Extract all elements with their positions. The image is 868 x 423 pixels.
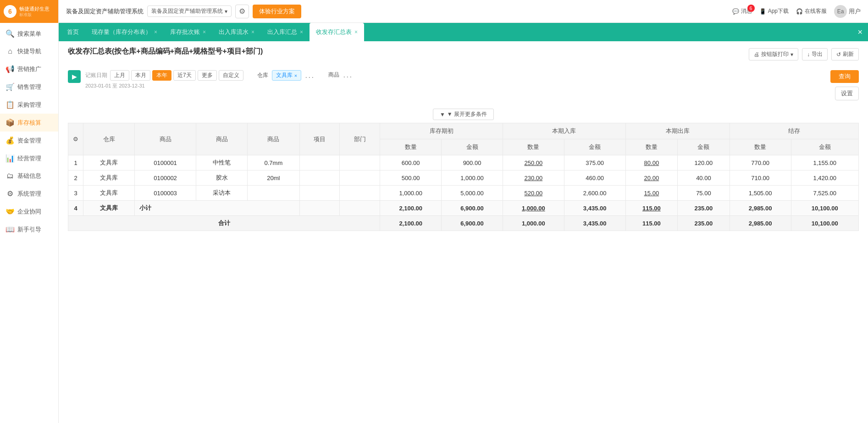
row2-out-qty[interactable]: 20.00	[625, 170, 678, 186]
online-service-button[interactable]: 🎧 在线客服	[796, 7, 827, 15]
th-bal-qty: 数量	[730, 139, 791, 155]
tab-home-label: 首页	[67, 28, 79, 36]
row3-in-qty[interactable]: 520.00	[503, 186, 564, 201]
corp-icon: 🤝	[6, 207, 15, 216]
more-btn[interactable]: 更多	[198, 70, 217, 81]
this-year-btn[interactable]: 本年	[152, 70, 171, 81]
tab-inout-flow[interactable]: 出入库流水 ×	[212, 23, 261, 41]
warehouse-more-button[interactable]: ...	[305, 71, 315, 80]
row1-out-qty[interactable]: 80.00	[625, 155, 678, 170]
close-all-tabs[interactable]: ×	[854, 27, 866, 37]
purchase-icon: 📋	[6, 100, 15, 109]
tab-inout-summary[interactable]: 出入库汇总 ×	[261, 23, 310, 41]
row2-bal-qty: 710.00	[730, 170, 791, 186]
tab-inout-flow-close[interactable]: ×	[251, 29, 254, 35]
warehouse-tag[interactable]: 文具库 ×	[272, 70, 301, 81]
th-out-amt: 金额	[678, 139, 730, 155]
system-dropdown[interactable]: 装备及固定资产辅助管理系统 ▾	[147, 5, 232, 17]
sidebar-item-label: 基础信息	[17, 172, 41, 180]
filter-settings-button[interactable]: 设置	[835, 87, 859, 100]
sidebar-item-business[interactable]: 📊 经营管理	[0, 149, 58, 167]
warehouse-label: 仓库	[257, 71, 268, 79]
sidebar-item-system[interactable]: ⚙ 系统管理	[0, 185, 58, 203]
custom-btn[interactable]: 自定义	[219, 70, 243, 81]
tab-batch-close[interactable]: ×	[203, 29, 206, 35]
sidebar-item-inventory[interactable]: 📦 库存核算	[0, 114, 58, 132]
query-button[interactable]: 查询	[830, 70, 859, 83]
topbar-settings-button[interactable]: ⚙	[235, 5, 249, 18]
row2-warehouse: 文具库	[83, 170, 135, 186]
user-menu[interactable]: Ea 用户	[834, 5, 861, 18]
row2-in-amt: 460.00	[564, 170, 625, 186]
subtotal-in-qty[interactable]: 1,000.00	[503, 201, 564, 216]
search-icon: 🔍	[6, 29, 15, 38]
inventory-icon: 📦	[6, 118, 15, 127]
tab-inout-summary-label: 出入库汇总	[267, 28, 297, 36]
sidebar-item-search[interactable]: 🔍 搜索菜单	[0, 25, 58, 43]
sidebar-item-label: 库存核算	[17, 119, 41, 127]
warehouse-tag-remove[interactable]: ×	[294, 73, 297, 78]
th-out: 本期出库	[625, 123, 730, 139]
warehouse-tag-text: 文具库	[276, 71, 293, 79]
tab-inout-flow-label: 出入库流水	[219, 28, 249, 36]
messages-button[interactable]: 💬 消息 6	[732, 7, 752, 15]
row2-project	[299, 170, 340, 186]
tab-stock-close[interactable]: ×	[154, 29, 157, 35]
last-month-btn[interactable]: 上月	[110, 70, 129, 81]
sidebar-item-purchase[interactable]: 📋 采购管理	[0, 96, 58, 114]
app-download-button[interactable]: 📱 App下载	[759, 7, 789, 15]
filter-toggle-button[interactable]: ▶	[68, 70, 81, 83]
print-button[interactable]: 🖨 按钮版打印 ▾	[749, 48, 798, 60]
total-open-amt: 6,900.00	[442, 216, 503, 231]
subtotal-row: 4 文具库 小计 2,100.00 6,900.00 1,000.00 3,43…	[68, 201, 859, 216]
data-table: ⚙ 仓库 商品 商品 商品 项目 部门 库存期初 本期入库 本期出库 结存 数量	[68, 123, 859, 231]
expand-icon: ▼	[440, 111, 445, 118]
this-month-btn[interactable]: 本月	[131, 70, 150, 81]
tab-inout-summary-close[interactable]: ×	[300, 29, 303, 35]
table-settings-col[interactable]: ⚙	[68, 123, 83, 155]
subtotal-no: 4	[68, 201, 83, 216]
sidebar-item-corp[interactable]: 🤝 企业协同	[0, 203, 58, 220]
system-name: 装备及固定资产辅助管理系统	[66, 7, 144, 16]
chevron-down-icon: ▾	[225, 8, 227, 15]
sidebar-item-finance[interactable]: 💰 资金管理	[0, 132, 58, 149]
total-open-qty: 2,100.00	[380, 216, 442, 231]
row2-open-amt: 1,000.00	[442, 170, 503, 186]
sidebar-item-guide[interactable]: 📖 新手引导	[0, 220, 58, 238]
sidebar-item-basic[interactable]: 🗂 基础信息	[0, 167, 58, 185]
sidebar-item-marketing[interactable]: 📢 营销推广	[0, 60, 58, 78]
th-code: 商品	[135, 123, 196, 155]
th-warehouse: 仓库	[83, 123, 135, 155]
logo-badge: 标准版	[19, 12, 50, 18]
subtotal-out-qty[interactable]: 115.00	[625, 201, 678, 216]
last-7-days-btn[interactable]: 近7天	[173, 70, 196, 81]
refresh-button[interactable]: ↺ 刷新	[831, 48, 859, 60]
tab-recv-send[interactable]: 收发存汇总表 ×	[310, 23, 364, 41]
sidebar-item-label: 经营管理	[17, 154, 41, 163]
row2-in-qty[interactable]: 230.00	[503, 170, 564, 186]
row3-out-qty[interactable]: 15.00	[625, 186, 678, 201]
row3-no: 3	[68, 186, 83, 201]
row1-bal-qty: 770.00	[730, 155, 791, 170]
expand-filter-button[interactable]: ▼ ▼ 展开更多条件	[433, 109, 494, 120]
row1-in-qty[interactable]: 250.00	[503, 155, 564, 170]
total-out-qty: 115.00	[625, 216, 678, 231]
row2-name: 胶水	[196, 170, 247, 186]
total-in-qty: 1,000.00	[503, 216, 564, 231]
export-button[interactable]: ↓ 导出	[802, 48, 828, 60]
chevron-down-icon: ▾	[791, 51, 793, 58]
tab-home[interactable]: 首页	[61, 23, 85, 41]
row2-out-amt: 40.00	[678, 170, 730, 186]
total-label: 合计	[68, 216, 380, 231]
trial-button[interactable]: 体验行业方案	[253, 5, 301, 18]
row1-warehouse: 文具库	[83, 155, 135, 170]
commodity-more-button[interactable]: ...	[343, 70, 353, 80]
tab-stock[interactable]: 现存量（库存分布表） ×	[85, 23, 164, 41]
business-icon: 📊	[6, 154, 15, 163]
sidebar-item-quick-nav[interactable]: ⌂ 快捷导航	[0, 43, 58, 60]
tab-batch[interactable]: 库存批次账 ×	[164, 23, 212, 41]
sidebar-item-label: 采购管理	[17, 101, 41, 109]
sidebar-item-sales[interactable]: 🛒 销售管理	[0, 78, 58, 96]
tab-recv-send-close[interactable]: ×	[354, 29, 358, 35]
row1-out-amt: 120.00	[678, 155, 730, 170]
